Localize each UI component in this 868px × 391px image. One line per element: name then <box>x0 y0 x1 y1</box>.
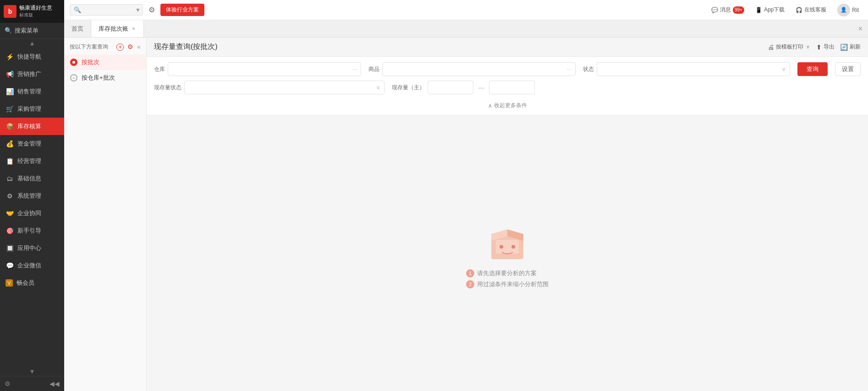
filter-settings-btn[interactable]: 设置 <box>835 62 861 76</box>
query-btn[interactable]: 查询 <box>797 62 828 76</box>
warehouse-more-btn[interactable]: ··· <box>352 66 357 72</box>
messages-badge: 99+ <box>733 6 744 14</box>
sidebar-item-marketing[interactable]: 📢 营销推广 <box>0 65 64 83</box>
experience-btn[interactable]: 体验行业方案 <box>160 4 204 16</box>
collapse-label: 收起更多条件 <box>494 102 527 109</box>
messages-action[interactable]: 💬 消息 99+ <box>708 4 748 16</box>
refresh-btn[interactable]: 🔄 刷新 <box>840 43 861 51</box>
scheme-settings-btn[interactable]: ⚙ <box>126 42 134 52</box>
sidebar-item-purchase[interactable]: 🛒 采购管理 <box>0 100 64 118</box>
print-dropdown-icon: ▼ <box>805 44 811 50</box>
header-search-box[interactable]: 🔍 ▼ <box>70 4 143 16</box>
collapse-left-panel-btn[interactable]: « <box>136 42 142 52</box>
avatar-icon: 👤 <box>841 7 847 13</box>
sidebar-nav: ⚡ 快捷导航 📢 营销推广 📊 销售管理 🛒 采购管理 📦 库存核算 💰 资金管… <box>0 48 64 367</box>
search-icon: 🔍 <box>5 27 12 34</box>
header-search-input[interactable] <box>83 7 133 13</box>
sidebar-scroll-down[interactable]: ▼ <box>0 367 64 376</box>
status-dropdown-icon: ∨ <box>782 66 786 72</box>
warehouse-input-wrap[interactable]: ··· <box>168 62 361 76</box>
filter-row-1: 仓库 ··· 商品 ··· 状态 <box>154 62 861 76</box>
sidebar-item-inventory[interactable]: 📦 库存核算 <box>0 118 64 135</box>
status-select[interactable]: ∨ <box>597 62 790 76</box>
filter-collapse-row[interactable]: ∧ 收起更多条件 <box>154 99 861 109</box>
stock-status-field: 现存量状态 ∨ <box>154 81 385 94</box>
sidebar-item-members[interactable]: V 畅会员 <box>0 274 64 292</box>
header-settings-btn[interactable]: ⚙ <box>147 4 157 16</box>
sidebar-item-newbie[interactable]: 🎯 新手引导 <box>0 222 64 239</box>
product-input-wrap[interactable]: ··· <box>382 62 576 76</box>
warehouse-input[interactable] <box>172 66 352 72</box>
operations-icon: 📋 <box>5 157 14 165</box>
add-icon: + <box>116 43 124 51</box>
sidebar-item-label-operations: 经营管理 <box>17 157 41 165</box>
stock-qty-to-input[interactable] <box>489 81 535 94</box>
header-search-dropdown[interactable]: ▼ <box>135 7 141 13</box>
stock-qty-label: 现存量（主） <box>392 84 425 92</box>
tab-inventory-batch-label: 库存批次账 <box>99 25 128 33</box>
print-icon: 🖨 <box>768 43 774 51</box>
left-panel-header: 按以下方案查询 + ⚙ « <box>64 38 146 54</box>
scheme-item-by-batch[interactable]: 按批次 <box>64 54 146 70</box>
sidebar-item-system[interactable]: ⚙ 系统管理 <box>0 187 64 205</box>
sidebar-scroll-up[interactable]: ▲ <box>0 39 64 48</box>
tip1-text: 请先选择要分析的方案 <box>477 269 537 277</box>
refresh-label: 刷新 <box>850 43 861 51</box>
purchase-icon: 🛒 <box>5 105 14 113</box>
collapse-up-icon: ∧ <box>488 103 492 109</box>
sidebar-item-label-wechat: 企业微信 <box>17 261 41 270</box>
messages-label: 消息 <box>720 6 731 14</box>
sidebar-item-enterprise[interactable]: 🤝 企业协同 <box>0 205 64 222</box>
sidebar-item-label-enterprise: 企业协同 <box>17 209 41 217</box>
basics-icon: 🗂 <box>5 174 14 183</box>
sidebar-item-wechat[interactable]: 💬 企业微信 <box>0 257 64 274</box>
print-template-btn[interactable]: 🖨 按模板打印 ▼ <box>768 43 811 51</box>
export-btn[interactable]: ⬆ 导出 <box>816 43 835 51</box>
quick-nav-icon: ⚡ <box>5 53 14 61</box>
sidebar-item-apps[interactable]: 🔲 应用中心 <box>0 239 64 257</box>
add-scheme-btn[interactable]: + <box>115 42 125 52</box>
stock-qty-from-input[interactable] <box>428 81 473 94</box>
collapse-sidebar-icon[interactable]: ◀◀ <box>49 380 60 387</box>
sidebar-item-operations[interactable]: 📋 经营管理 <box>0 152 64 170</box>
export-icon: ⬆ <box>816 43 822 51</box>
sidebar-item-label-sales: 销售管理 <box>17 87 41 96</box>
sidebar-item-label-system: 系统管理 <box>17 192 41 200</box>
sidebar-item-basics[interactable]: 🗂 基础信息 <box>0 170 64 187</box>
header-search-icon: 🔍 <box>74 6 81 13</box>
app-download-action[interactable]: 📱 App下载 <box>752 4 788 16</box>
left-panel: 按以下方案查询 + ⚙ « <box>64 38 147 391</box>
empty-state: 1 请先选择要分析的方案 2 用过滤条件来缩小分析范围 <box>147 115 868 391</box>
tab-bar-close-btn[interactable]: × <box>853 20 868 37</box>
sidebar-item-label-basics: 基础信息 <box>17 174 41 183</box>
by-warehouse-batch-icon <box>70 74 78 82</box>
refresh-icon: 🔄 <box>840 43 848 51</box>
stock-status-dropdown-icon: ∨ <box>376 84 380 91</box>
left-panel-header-label: 按以下方案查询 <box>70 43 108 51</box>
stock-status-label: 现存量状态 <box>154 84 181 92</box>
empty-illustration <box>480 218 535 264</box>
stock-qty-field: 现存量（主） — <box>392 81 622 94</box>
sidebar-search-menu[interactable]: 🔍 搜索菜单 <box>0 23 64 39</box>
finance-icon: 💰 <box>5 140 14 148</box>
main-area: 🔍 ▼ ⚙ 体验行业方案 💬 消息 99+ 📱 App下载 🎧 在线客服 👤 R… <box>64 0 868 391</box>
members-icon: V <box>5 279 13 287</box>
tab-home[interactable]: 首页 <box>64 20 91 37</box>
sidebar-item-finance[interactable]: 💰 资金管理 <box>0 135 64 152</box>
product-more-btn[interactable]: ··· <box>567 66 571 72</box>
tab-close-icon[interactable]: × <box>131 25 136 33</box>
tip1-num: 1 <box>466 269 474 277</box>
sidebar-search-label: 搜索菜单 <box>15 27 38 35</box>
stock-status-select[interactable]: ∨ <box>184 81 385 94</box>
sidebar-item-sales[interactable]: 📊 销售管理 <box>0 83 64 100</box>
tab-inventory-batch[interactable]: 库存批次账 × <box>91 20 144 37</box>
scheme-item-by-warehouse-batch[interactable]: 按仓库+批次 <box>64 70 146 86</box>
sidebar-item-label-apps: 应用中心 <box>17 244 41 252</box>
online-support-action[interactable]: 🎧 在线客服 <box>792 4 830 16</box>
user-profile[interactable]: 👤 Rit <box>834 2 863 18</box>
product-input[interactable] <box>386 66 567 72</box>
stock-qty-divider: — <box>476 84 486 91</box>
settings-footer-icon[interactable]: ⚙ <box>5 380 11 387</box>
sidebar-item-quick-nav[interactable]: ⚡ 快捷导航 <box>0 48 64 65</box>
page-header: 现存量查询(按批次) 🖨 按模板打印 ▼ ⬆ 导出 🔄 刷新 <box>147 38 868 57</box>
